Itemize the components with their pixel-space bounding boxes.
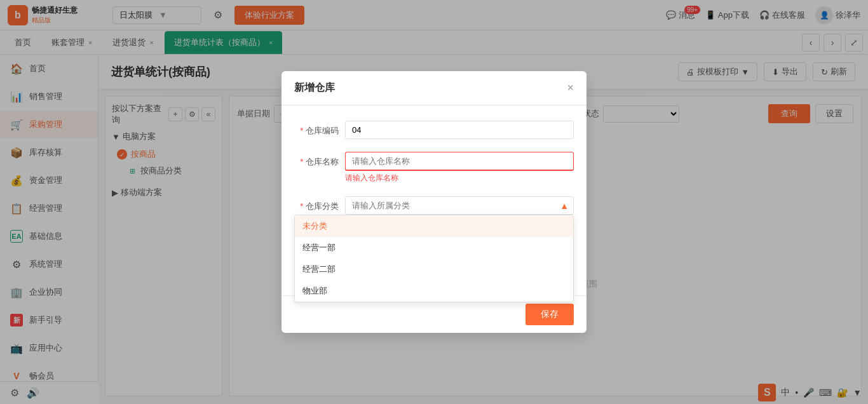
code-input[interactable] [345,121,574,139]
name-error-message: 请输入仓库名称 [345,173,574,184]
save-button[interactable]: 保存 [526,304,574,325]
name-input[interactable] [345,152,574,171]
modal-title: 新增仓库 [294,81,335,95]
modal-header: 新增仓库 × [281,71,587,105]
category-label: * 仓库分类 [294,196,345,212]
dropdown-item-property[interactable]: 物业部 [295,280,573,302]
modal-close-button[interactable]: × [567,81,574,95]
modal-body: * 仓库编码 * 仓库名称 请输入仓库名称 [281,105,587,295]
code-label: * 仓库编码 [294,121,345,137]
name-label: * 仓库名称 [294,152,345,168]
form-row-code: * 仓库编码 [294,121,574,139]
dropdown-item-dept2[interactable]: 经营二部 [295,259,573,280]
form-row-category: * 仓库分类 ▲ 未分类 经营一部 经营二部 物业部 [294,196,574,215]
dropdown-item-dept1[interactable]: 经营一部 [295,237,573,259]
category-dropdown: 未分类 经营一部 经营二部 物业部 [294,215,574,302]
dropdown-item-none[interactable]: 未分类 [295,215,573,237]
new-warehouse-modal: 新增仓库 × * 仓库编码 * 仓库名称 [281,71,587,333]
modal-overlay[interactable]: 新增仓库 × * 仓库编码 * 仓库名称 [0,0,868,404]
category-select-wrapper: ▲ [345,196,574,215]
form-row-name: * 仓库名称 请输入仓库名称 [294,152,574,184]
category-input[interactable] [345,196,574,215]
